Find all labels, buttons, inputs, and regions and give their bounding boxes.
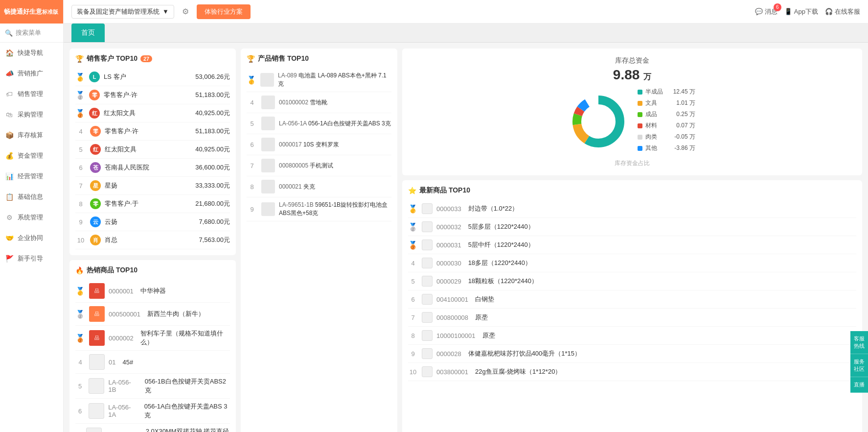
list-item: 7 NB2.0X30B 2.0X30MM双搓花轴,搓花直径2.1MM/ROHS [75, 424, 230, 432]
legend-label: 半成品 [645, 88, 663, 96]
product-info: 0000021 夹克 [279, 183, 391, 191]
list-item: 材料 0.07 万 [638, 121, 695, 130]
medal-icon: 🥇 [247, 75, 256, 85]
legend-label: 成品 [645, 110, 657, 119]
medal-1-icon: 🥇 [75, 72, 85, 82]
list-item: 5 LA-056-1A 056-1A白色按键开关盖ABS 3克 [247, 113, 391, 134]
messages-wrapper[interactable]: 💬 6 消息 [755, 7, 777, 16]
sidebar-item-home[interactable]: 🏠 快捷导航 [0, 43, 63, 63]
list-item: 6 004100001 白钢垫 [408, 290, 856, 309]
float-btn-service[interactable]: 客服热线 [850, 331, 868, 354]
product-code: 0000032 [436, 223, 461, 231]
list-item: 9 0000028 体健嘉枇杷味苏打饮品400毫升（1*15） [408, 345, 856, 363]
rank-badge: 红 [89, 108, 100, 119]
online-service-label: 在线客服 [835, 7, 860, 16]
medal-icon: 🥈 [75, 310, 85, 319]
product-code: LA-59651-1B [279, 201, 314, 208]
rank-name: LS 客户 [104, 72, 191, 81]
rank-number: 6 [247, 141, 257, 148]
product-name: 新西兰牛肉（新牛） [147, 310, 205, 318]
list-item: 🥇 L LS 客户 53,006.26元 [75, 68, 230, 86]
list-item: 10 003800001 22g鱼豆腐-烧烤味（1*12*20） [408, 363, 856, 381]
app-download[interactable]: 📱 App下载 [784, 7, 818, 16]
inventory-card: 库存总资金 9.88 万 [402, 48, 862, 175]
rank-name: 肖总 [105, 236, 195, 244]
float-btn-community[interactable]: 服务社区 [850, 354, 868, 377]
product-code: 0000033 [436, 205, 461, 213]
headset-icon: 🎧 [825, 8, 833, 15]
product-image [422, 366, 433, 377]
medal-icon: 🥉 [408, 240, 418, 250]
donut-area: 半成品 12.45 万 文具 1.01 万 成品 0.25 万 [410, 88, 854, 155]
rank-value: 51,183.00元 [195, 91, 230, 99]
search-menu[interactable]: 🔍 搜索菜单 [0, 24, 63, 43]
operations-icon: 📊 [5, 172, 14, 181]
product-image [422, 312, 433, 323]
sidebar-item-operations[interactable]: 📊 经营管理 [0, 166, 63, 187]
legend-label: 肉类 [645, 133, 657, 141]
product-image [261, 180, 275, 193]
medal-icon: 🥇 [75, 287, 85, 296]
sidebar-label-inventory: 库存核算 [18, 131, 43, 140]
sidebar-item-system[interactable]: ⚙ 系统管理 [0, 207, 63, 228]
sidebar-item-inventory[interactable]: 📦 库存核算 [0, 125, 63, 145]
sidebar-item-guide[interactable]: 🚩 新手引导 [0, 248, 63, 269]
list-item: 其他 -3.86 万 [638, 144, 695, 152]
online-service[interactable]: 🎧 在线客服 [825, 7, 860, 16]
sidebar-item-marketing[interactable]: 📣 营销推广 [0, 63, 63, 84]
tab-home[interactable]: 首页 [71, 24, 105, 42]
rank-number: 8 [75, 200, 86, 208]
list-item: 4 01 45# [75, 351, 230, 374]
sidebar-item-purchase[interactable]: 🛍 采购管理 [0, 104, 63, 125]
product-code: 000800005 [279, 162, 308, 169]
system-selector[interactable]: 装备及固定资产辅助管理系统 ▼ [71, 5, 174, 19]
product-info: LA-59651-1B 59651-1B旋转投影灯电池盒 ABS黑色+58克 [279, 201, 391, 217]
list-item: 7 000800005 手机测试 [247, 155, 391, 176]
sidebar-item-finance[interactable]: 💰 资金管理 [0, 145, 63, 166]
rank-value: 51,183.00元 [195, 127, 230, 136]
list-item: 🥉 红 红太阳文具 40,925.00元 [75, 104, 230, 122]
product-image [260, 73, 274, 87]
rank-value: 33,333.00元 [195, 181, 230, 190]
product-code: 0000031 [436, 241, 461, 249]
sidebar-item-basics[interactable]: 📋 基础信息 [0, 187, 63, 207]
sidebar: 畅捷通好生意 标准版 🔍 搜索菜单 🏠 快捷导航 📣 营销推广 🏷 销售管理 🛍… [0, 0, 64, 432]
top-bar: 装备及固定资产辅助管理系统 ▼ ⚙ 体验行业方案 💬 6 消息 📱 App下载 … [64, 0, 868, 24]
rank-number: 5 [75, 383, 85, 390]
rank-name: 云扬 [105, 217, 195, 226]
list-item: 4 零 零售客户·许 51,183.00元 [75, 122, 230, 141]
product-code: 01 [109, 359, 115, 366]
settings-icon[interactable]: ⚙ [182, 7, 189, 16]
hot-products-title: 🔥 热销商品 TOP10 [75, 266, 230, 275]
product-name: 22g鱼豆腐-烧烤味（1*12*20） [475, 367, 561, 376]
sidebar-item-sales[interactable]: 🏷 销售管理 [0, 84, 63, 104]
sidebar-label-finance: 资金管理 [18, 151, 43, 160]
product-name: 手机测试 [310, 162, 333, 169]
product-image [261, 138, 275, 151]
rank-number: 6 [75, 164, 86, 171]
sidebar-item-collab[interactable]: 🤝 企业协同 [0, 228, 63, 248]
list-item: 🥉 品 0000002 智利车子里（规格不知道填什么） [75, 326, 230, 351]
product-image [89, 403, 104, 419]
product-name: 体健嘉枇杷味苏打饮品400毫升（1*15） [468, 349, 581, 358]
nav-tabs: 首页 [64, 24, 868, 43]
rank-badge: 零 [90, 198, 101, 209]
product-code: 0000002 [109, 335, 134, 342]
product-code: LA-056-1A [279, 120, 307, 127]
trial-button[interactable]: 体验行业方案 [197, 4, 251, 19]
list-item: 🥈 零 零售客户·许 51,183.00元 [75, 86, 230, 104]
system-name: 装备及固定资产辅助管理系统 [77, 7, 160, 16]
list-item: 🥈 0000032 5层多层（1220*2440） [408, 218, 856, 236]
list-item: 成品 0.25 万 [638, 110, 695, 119]
legend-label: 其他 [645, 144, 657, 152]
search-icon: 🔍 [5, 29, 13, 37]
hot-products-card: 🔥 热销商品 TOP10 🥇 品 0000001 中华神器 🥈 品 000500… [69, 260, 236, 432]
search-menu-label: 搜索菜单 [16, 28, 41, 37]
legend-dot [638, 146, 642, 151]
guide-icon: 🚩 [5, 254, 14, 263]
list-item: 🥇 0000033 封边带（1.0*22） [408, 200, 856, 218]
product-image [86, 428, 102, 432]
float-btn-live[interactable]: 直播 [850, 377, 868, 393]
product-image: 品 [89, 330, 105, 346]
product-name: 5层多层（1220*2440） [468, 222, 534, 231]
